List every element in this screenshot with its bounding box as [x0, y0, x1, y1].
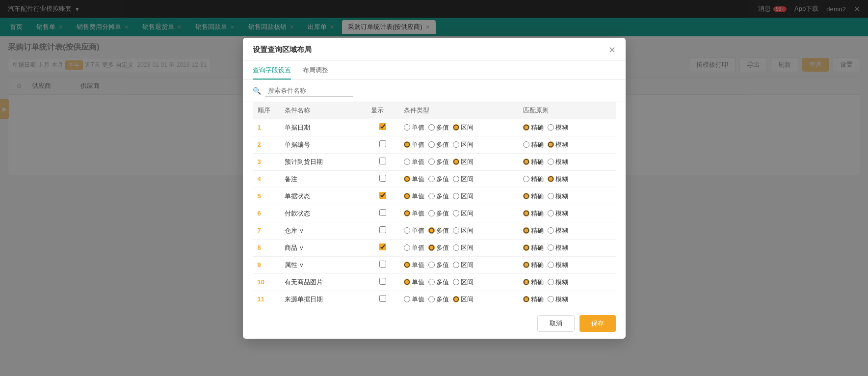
type-radio-多值[interactable]: 多值	[428, 140, 449, 149]
type-radio-多值[interactable]: 多值	[428, 175, 449, 182]
type-radio-区间[interactable]: 区间	[453, 123, 473, 132]
type-radio-input-区间[interactable]	[453, 176, 459, 181]
type-radio-区间[interactable]: 区间	[453, 140, 473, 149]
show-checkbox-container	[371, 140, 394, 149]
dialog-table-wrap: 顺序 条件名称 显示 条件类型 匹配原则 1单据日期单值多值区间精确模糊2单据编…	[243, 102, 626, 182]
show-checkbox-container	[371, 158, 394, 166]
match-radio-label: 模糊	[555, 175, 568, 182]
show-checkbox-container	[371, 175, 394, 181]
match-radio-group: 精确模糊	[523, 140, 611, 149]
match-radio-input-模糊[interactable]	[548, 124, 554, 131]
th-type: 条件类型	[399, 102, 518, 119]
type-radio-input-区间[interactable]	[453, 124, 459, 131]
match-radio-精确[interactable]: 精确	[523, 123, 544, 132]
cell-match: 精确模糊	[518, 119, 616, 136]
type-radio-input-多值[interactable]	[428, 159, 435, 165]
cell-order: 1	[253, 119, 280, 136]
th-match: 匹配原则	[518, 102, 616, 119]
type-radio-group: 单值多值区间	[404, 140, 513, 149]
order-number: 2	[258, 141, 261, 148]
type-radio-区间[interactable]: 区间	[453, 175, 473, 182]
search-icon: 🔍	[253, 87, 261, 95]
cell-type: 单值多值区间	[399, 153, 518, 170]
match-radio-group: 精确模糊	[523, 123, 611, 132]
type-radio-input-单值[interactable]	[404, 124, 410, 131]
dialog-tab-fields-label: 查询字段设置	[253, 66, 291, 74]
type-radio-group: 单值多值区间	[404, 175, 513, 182]
cell-name: 单据日期	[280, 119, 367, 136]
dialog-tab-fields[interactable]: 查询字段设置	[253, 61, 291, 80]
match-radio-模糊[interactable]: 模糊	[548, 123, 568, 132]
match-radio-input-精确[interactable]	[523, 176, 529, 181]
match-radio-精确[interactable]: 精确	[523, 158, 544, 166]
type-radio-input-多值[interactable]	[428, 124, 435, 131]
type-radio-区间[interactable]: 区间	[453, 158, 473, 166]
cell-order: 3	[253, 153, 280, 170]
type-radio-多值[interactable]: 多值	[428, 123, 449, 132]
table-row: 4备注单值多值区间精确模糊	[253, 170, 616, 181]
dialog-close-button[interactable]: ✕	[608, 45, 616, 55]
match-radio-精确[interactable]: 精确	[523, 140, 544, 149]
match-radio-label: 模糊	[555, 123, 568, 132]
type-radio-group: 单值多值区间	[404, 123, 513, 132]
th-name: 条件名称	[280, 102, 367, 119]
type-radio-input-多值[interactable]	[428, 141, 435, 148]
match-radio-input-精确[interactable]	[523, 141, 529, 148]
cell-order: 2	[253, 136, 280, 153]
type-radio-label: 多值	[436, 140, 449, 149]
cell-order: 4	[253, 170, 280, 181]
match-radio-label: 精确	[531, 140, 544, 149]
search-input[interactable]	[265, 85, 353, 97]
type-radio-单值[interactable]: 单值	[404, 123, 424, 132]
type-radio-input-单值[interactable]	[404, 141, 410, 148]
type-radio-input-区间[interactable]	[453, 159, 459, 165]
type-radio-多值[interactable]: 多值	[428, 158, 449, 166]
match-radio-input-精确[interactable]	[523, 124, 529, 131]
match-radio-label: 精确	[531, 123, 544, 132]
type-radio-input-单值[interactable]	[404, 159, 410, 165]
show-checkbox[interactable]	[379, 140, 386, 147]
type-radio-label: 区间	[461, 123, 473, 132]
type-radio-单值[interactable]: 单值	[404, 140, 424, 149]
settings-dialog: 设置查询区域布局 ✕ 查询字段设置 布局调整 🔍 顺序 条件名称	[243, 38, 626, 182]
match-radio-label: 精确	[531, 175, 544, 182]
cell-match: 精确模糊	[518, 170, 616, 181]
dialog-header: 设置查询区域布局 ✕	[243, 38, 626, 61]
type-radio-input-区间[interactable]	[453, 141, 459, 148]
match-radio-模糊[interactable]: 模糊	[548, 140, 568, 149]
table-row: 2单据编号单值多值区间精确模糊	[253, 136, 616, 153]
show-checkbox[interactable]	[379, 158, 386, 164]
match-radio-精确[interactable]: 精确	[523, 175, 544, 182]
cell-type: 单值多值区间	[399, 136, 518, 153]
type-radio-label: 单值	[412, 158, 424, 166]
match-radio-模糊[interactable]: 模糊	[548, 175, 568, 182]
cell-show	[366, 119, 398, 136]
type-radio-input-多值[interactable]	[428, 176, 435, 181]
cell-show	[366, 136, 398, 153]
type-radio-label: 区间	[461, 175, 473, 182]
type-radio-input-单值[interactable]	[404, 176, 410, 181]
type-radio-label: 区间	[461, 158, 473, 166]
match-radio-input-精确[interactable]	[523, 159, 529, 165]
match-radio-group: 精确模糊	[523, 175, 611, 182]
show-checkbox[interactable]	[379, 175, 386, 181]
type-radio-单值[interactable]: 单值	[404, 175, 424, 182]
match-radio-模糊[interactable]: 模糊	[548, 158, 568, 166]
dialog-tab-layout[interactable]: 布局调整	[303, 61, 328, 80]
type-radio-label: 单值	[412, 140, 424, 149]
match-radio-label: 模糊	[555, 140, 568, 149]
type-radio-label: 多值	[436, 175, 449, 182]
table-row: 1单据日期单值多值区间精确模糊	[253, 119, 616, 136]
show-checkbox[interactable]	[379, 123, 386, 130]
table-row: 3预计到货日期单值多值区间精确模糊	[253, 153, 616, 170]
order-number: 1	[258, 124, 261, 131]
th-order: 顺序	[253, 102, 280, 119]
type-radio-单值[interactable]: 单值	[404, 158, 424, 166]
match-radio-input-模糊[interactable]	[548, 159, 554, 165]
cell-show	[366, 153, 398, 170]
match-radio-input-模糊[interactable]	[548, 176, 554, 181]
dialog-overlay: 设置查询区域布局 ✕ 查询字段设置 布局调整 🔍 顺序 条件名称	[0, 0, 868, 181]
match-radio-input-模糊[interactable]	[548, 141, 554, 148]
match-radio-group: 精确模糊	[523, 158, 611, 166]
table-header-row: 顺序 条件名称 显示 条件类型 匹配原则	[253, 102, 616, 119]
